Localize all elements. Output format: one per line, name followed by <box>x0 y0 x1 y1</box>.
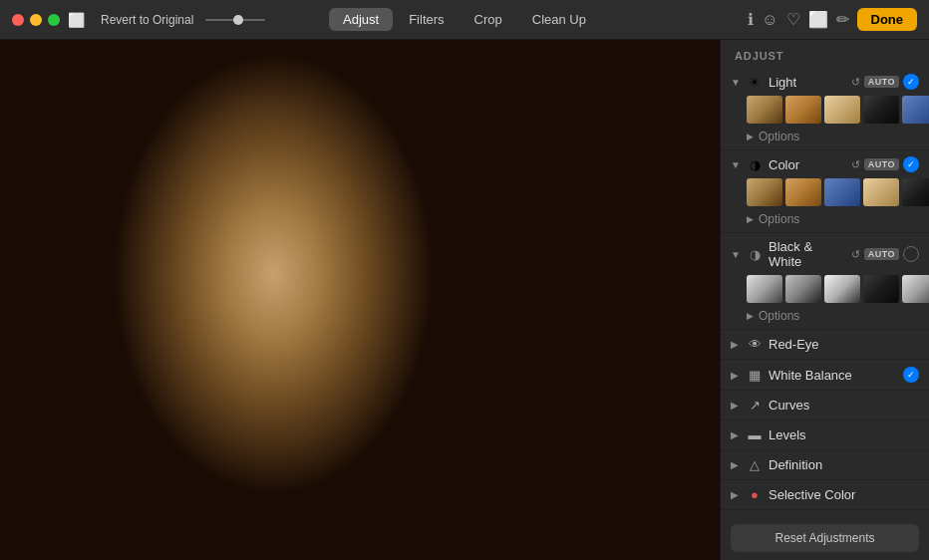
light-thumb-1[interactable] <box>747 96 782 124</box>
bw-options-chevron-icon: ▶ <box>747 311 754 321</box>
right-panel: ADJUST ▼ ☀ Light ↺ AUTO ✓ <box>720 40 929 560</box>
color-thumb-4[interactable] <box>863 178 899 206</box>
row-levels[interactable]: ▶ ▬ Levels <box>721 420 929 450</box>
red-eye-chevron-icon: ▶ <box>731 339 741 350</box>
nav-tabs: Adjust Filters Crop Clean Up <box>329 8 600 31</box>
light-chevron-icon: ▼ <box>731 77 741 88</box>
color-thumb-1[interactable] <box>747 178 782 206</box>
definition-icon: △ <box>747 457 763 472</box>
bw-thumb-2[interactable] <box>785 275 821 303</box>
light-check-icon[interactable]: ✓ <box>903 74 919 90</box>
row-selective-color[interactable]: ▶ ● Selective Color <box>721 480 929 510</box>
share-icon[interactable]: ⬜ <box>808 10 828 29</box>
wb-label: White Balance <box>769 368 897 383</box>
bw-toggle-icon[interactable] <box>903 246 919 262</box>
light-thumbs <box>721 96 929 128</box>
done-button[interactable]: Done <box>857 8 918 31</box>
photo-image <box>0 40 720 560</box>
definition-label: Definition <box>769 457 919 472</box>
section-light-header[interactable]: ▼ ☀ Light ↺ AUTO ✓ <box>721 68 929 96</box>
emoji-icon[interactable]: ☺ <box>762 11 777 29</box>
light-sun-icon: ☀ <box>747 75 763 90</box>
sc-label: Selective Color <box>769 487 919 502</box>
curves-icon: ↗ <box>747 398 763 413</box>
window-controls: ⬜ <box>68 12 85 28</box>
curves-chevron-icon: ▶ <box>731 400 741 411</box>
tab-adjust[interactable]: Adjust <box>329 8 393 31</box>
tab-crop[interactable]: Crop <box>461 8 516 31</box>
sc-icon: ● <box>747 487 763 502</box>
color-auto-badge[interactable]: AUTO <box>864 158 899 170</box>
light-title: Light <box>769 75 845 90</box>
main-layout: ADJUST ▼ ☀ Light ↺ AUTO ✓ <box>0 40 929 560</box>
bw-thumbs <box>721 275 929 307</box>
edit-icon[interactable]: ✏ <box>836 10 849 29</box>
bw-thumb-4[interactable] <box>863 275 899 303</box>
definition-chevron-icon: ▶ <box>731 459 741 470</box>
wb-icon: ▦ <box>747 368 763 383</box>
light-thumb-2[interactable] <box>785 96 821 124</box>
light-options-chevron-icon: ▶ <box>747 132 754 141</box>
bw-thumb-1[interactable] <box>747 275 782 303</box>
section-bw-header[interactable]: ▼ ◑ Black & White ↺ AUTO <box>721 233 929 275</box>
panel-header: ADJUST <box>721 40 929 68</box>
info-icon[interactable]: ℹ <box>748 10 754 29</box>
light-auto-badge[interactable]: AUTO <box>864 76 899 88</box>
bw-options-row[interactable]: ▶ Options <box>721 307 929 329</box>
minimize-button[interactable] <box>30 14 42 26</box>
row-definition[interactable]: ▶ △ Definition <box>721 450 929 480</box>
row-white-balance[interactable]: ▶ ▦ White Balance ✓ <box>721 360 929 391</box>
light-actions: ↺ AUTO ✓ <box>851 74 919 90</box>
color-chevron-icon: ▼ <box>731 159 741 170</box>
bw-options-label: Options <box>759 309 799 323</box>
zoom-slider-track[interactable] <box>205 19 265 21</box>
sc-chevron-icon: ▶ <box>731 489 741 500</box>
traffic-lights <box>12 14 60 26</box>
photo-area <box>0 40 720 560</box>
section-light: ▼ ☀ Light ↺ AUTO ✓ ▶ <box>721 68 929 150</box>
reset-adjustments-button[interactable]: Reset Adjustments <box>731 524 919 552</box>
levels-icon: ▬ <box>747 427 763 442</box>
titlebar: ⬜ Revert to Original Adjust Filters Crop… <box>0 0 929 40</box>
bw-thumb-5[interactable] <box>902 275 929 303</box>
revert-button[interactable]: Revert to Original <box>101 13 193 27</box>
levels-label: Levels <box>769 427 919 442</box>
sidebar-toggle-icon[interactable]: ⬜ <box>68 12 85 28</box>
bw-thumb-3[interactable] <box>824 275 860 303</box>
maximize-button[interactable] <box>48 14 60 26</box>
color-palette-icon: ◑ <box>747 157 763 172</box>
section-color: ▼ ◑ Color ↺ AUTO ✓ ▶ <box>721 150 929 233</box>
color-reset-icon[interactable]: ↺ <box>851 158 860 171</box>
tab-cleanup[interactable]: Clean Up <box>518 8 600 31</box>
section-bw: ▼ ◑ Black & White ↺ AUTO <box>721 233 929 330</box>
light-thumb-4[interactable] <box>863 96 899 124</box>
color-check-icon[interactable]: ✓ <box>903 156 919 172</box>
bw-reset-icon[interactable]: ↺ <box>851 248 860 261</box>
color-options-label: Options <box>759 212 799 226</box>
color-options-chevron-icon: ▶ <box>747 214 754 224</box>
bw-auto-badge[interactable]: AUTO <box>864 248 899 260</box>
light-options-row[interactable]: ▶ Options <box>721 128 929 149</box>
heart-icon[interactable]: ♡ <box>786 10 800 29</box>
color-thumb-3[interactable] <box>824 178 860 206</box>
color-thumb-5[interactable] <box>902 178 929 206</box>
bw-chevron-icon: ▼ <box>731 249 741 260</box>
color-options-row[interactable]: ▶ Options <box>721 210 929 232</box>
zoom-slider-thumb <box>233 15 243 25</box>
light-thumb-3[interactable] <box>824 96 860 124</box>
panel-scroll[interactable]: ▼ ☀ Light ↺ AUTO ✓ ▶ <box>721 68 929 516</box>
zoom-control <box>205 19 265 21</box>
light-reset-icon[interactable]: ↺ <box>851 76 860 89</box>
color-thumb-2[interactable] <box>785 178 821 206</box>
section-color-header[interactable]: ▼ ◑ Color ↺ AUTO ✓ <box>721 150 929 178</box>
row-curves[interactable]: ▶ ↗ Curves <box>721 391 929 420</box>
bw-title: Black & White <box>769 239 845 269</box>
levels-chevron-icon: ▶ <box>731 429 741 440</box>
row-red-eye[interactable]: ▶ 👁 Red-Eye <box>721 330 929 360</box>
color-title: Color <box>769 157 845 172</box>
tab-filters[interactable]: Filters <box>395 8 458 31</box>
light-options-label: Options <box>759 130 799 143</box>
light-thumb-5[interactable] <box>902 96 929 124</box>
wb-check-icon[interactable]: ✓ <box>903 367 919 383</box>
close-button[interactable] <box>12 14 24 26</box>
